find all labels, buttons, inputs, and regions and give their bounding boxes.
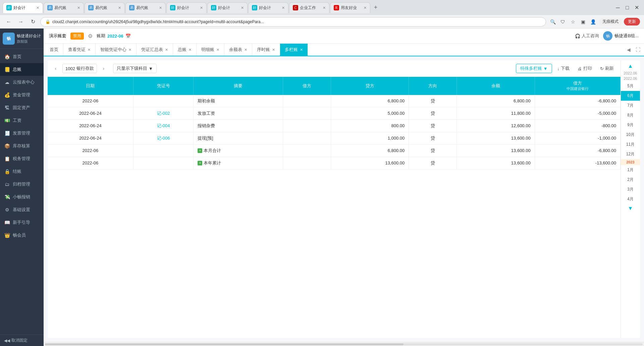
account-selector[interactable]: 1002 银行存款 bbox=[62, 64, 97, 73]
cal-month-3[interactable]: 3月 bbox=[621, 185, 640, 194]
cal-month-1[interactable]: 1月 bbox=[621, 165, 640, 175]
browser-tab-2[interactable]: 易 易代账 ✕ bbox=[85, 2, 125, 13]
cell-voucher[interactable]: 记-006 bbox=[133, 132, 194, 144]
cal-month-12[interactable]: 12月 bbox=[621, 149, 640, 159]
browser-tab-6[interactable]: 好 好会计 ✕ bbox=[207, 2, 248, 13]
sidebar-item-home[interactable]: 🏠 首页 bbox=[0, 50, 44, 63]
browser-tab-8[interactable]: C 企业工作 ✕ bbox=[289, 2, 329, 13]
maximize-button[interactable]: □ bbox=[623, 3, 632, 12]
cal-month-9[interactable]: 9月 bbox=[621, 120, 640, 130]
tab-close-4[interactable]: ✕ bbox=[200, 6, 203, 10]
tab-smart-voucher[interactable]: 智能凭证中心 ✕ bbox=[96, 44, 137, 56]
voucher-link[interactable]: 记-002 bbox=[157, 111, 170, 116]
sidebar-item-payroll[interactable]: 💵 工资 bbox=[0, 114, 44, 127]
sidebar-item-inventory[interactable]: 📦 库存核算 bbox=[0, 140, 44, 152]
tab-detail-ledger[interactable]: 明细账 ✕ bbox=[197, 44, 224, 56]
new-tab-button[interactable]: + bbox=[371, 3, 380, 12]
print-button[interactable]: 🖨 打印 bbox=[575, 64, 595, 73]
tab-balance[interactable]: 余额表 ✕ bbox=[224, 44, 252, 56]
browser-tab-3[interactable]: 易 易代账 ✕ bbox=[125, 2, 166, 13]
sidebar-item-settings[interactable]: ⚙ 基础设置 bbox=[0, 203, 44, 216]
star-icon[interactable]: ☆ bbox=[569, 18, 577, 26]
tab-home[interactable]: 首页 bbox=[45, 44, 63, 56]
cal-month-5[interactable]: 5月 bbox=[621, 81, 640, 91]
horizontal-scrollbar[interactable] bbox=[44, 342, 644, 346]
browser-tab-7[interactable]: 好 好会计 ✕ bbox=[248, 2, 288, 13]
download-button[interactable]: ↓ 下载 bbox=[555, 64, 573, 73]
shield-icon[interactable]: 🛡 bbox=[559, 18, 567, 26]
voucher-link[interactable]: 记-006 bbox=[157, 136, 170, 141]
cell-voucher[interactable]: 记-004 bbox=[133, 119, 194, 132]
cal-month-4[interactable]: 4月 bbox=[621, 194, 640, 204]
refresh-button[interactable]: ↻ 刷新 bbox=[597, 64, 616, 73]
prev-account-button[interactable]: ‹ bbox=[52, 64, 60, 72]
cal-scroll-up-button[interactable]: ▲ bbox=[627, 62, 635, 70]
close-button[interactable]: ✕ bbox=[632, 3, 641, 12]
show-sub-button[interactable]: 只显示下级科目 ▼ bbox=[113, 64, 157, 73]
tab-close-balance[interactable]: ✕ bbox=[244, 48, 247, 52]
browser-tab-1[interactable]: 易 易代账 ✕ bbox=[44, 2, 84, 13]
browser-tab-9[interactable]: 友 用友好业 ✕ bbox=[330, 2, 370, 13]
pin-button[interactable]: ◀◀ 取消固定 bbox=[4, 338, 40, 343]
tab-close-voucher-view[interactable]: ✕ bbox=[88, 48, 91, 52]
minimize-button[interactable]: ─ bbox=[613, 3, 623, 12]
address-bar[interactable]: 🔒 cloud2.chanjet.com/accounting/uh26t264… bbox=[40, 17, 546, 27]
calendar-icon[interactable]: 📅 bbox=[125, 34, 131, 39]
tab-voucher-summary[interactable]: 凭证汇总表 ✕ bbox=[137, 44, 173, 56]
tab-multi-column[interactable]: 多栏账 ✕ bbox=[280, 44, 308, 56]
sidebar-item-invoice[interactable]: 🧾 发票管理 bbox=[0, 127, 44, 140]
sidebar-panel-icon[interactable]: ▣ bbox=[579, 18, 587, 26]
back-button[interactable]: ← bbox=[4, 17, 13, 27]
sidebar-item-ledger[interactable]: 📒 总账 bbox=[0, 63, 44, 76]
tab-close-multi-column[interactable]: ✕ bbox=[300, 48, 303, 52]
voucher-link[interactable]: 记-004 bbox=[157, 123, 170, 128]
tab-chronological[interactable]: 序时账 ✕ bbox=[252, 44, 280, 56]
tab-general-ledger[interactable]: 总账 ✕ bbox=[173, 44, 197, 56]
sidebar-item-fund[interactable]: 💰 资金管理 bbox=[0, 89, 44, 101]
sidebar-item-archive[interactable]: 🗂 归档管理 bbox=[0, 178, 44, 191]
cal-month-8[interactable]: 8月 bbox=[621, 110, 640, 120]
tab-close-2[interactable]: ✕ bbox=[118, 6, 121, 10]
search-icon[interactable]: 🔍 bbox=[549, 18, 557, 26]
tab-close-detail-ledger[interactable]: ✕ bbox=[216, 48, 219, 52]
cal-scroll-down-button[interactable]: ▼ bbox=[627, 204, 635, 213]
wuhen-button[interactable]: 无痕模式 bbox=[599, 18, 622, 26]
sidebar-item-tax[interactable]: 📋 税务管理 bbox=[0, 152, 44, 165]
cal-month-6[interactable]: 6月 bbox=[621, 91, 640, 101]
cal-month-2[interactable]: 2月 bbox=[621, 175, 640, 185]
tab-close-7[interactable]: ✕ bbox=[282, 6, 285, 10]
tab-close-voucher-summary[interactable]: ✕ bbox=[165, 48, 168, 52]
browser-tab-4[interactable]: 好 好会计 ✕ bbox=[166, 2, 207, 13]
forward-button[interactable]: → bbox=[16, 17, 25, 27]
sidebar-item-member[interactable]: 👑 畅会员 bbox=[0, 229, 44, 242]
tab-expand-button[interactable]: ⛶ bbox=[633, 45, 643, 54]
tab-close-3[interactable]: ✕ bbox=[159, 6, 162, 10]
cell-voucher[interactable]: 记-002 bbox=[133, 107, 194, 119]
sidebar-item-guide[interactable]: 📖 新手引导 bbox=[0, 216, 44, 229]
tab-collapse-button[interactable]: ◀ bbox=[624, 45, 633, 54]
consult-button[interactable]: 🎧 人工咨询 bbox=[575, 33, 599, 39]
tab-close-smart-voucher[interactable]: ✕ bbox=[128, 48, 131, 52]
settings-gear-icon[interactable]: ⚙ bbox=[88, 33, 93, 39]
tab-close-6[interactable]: ✕ bbox=[241, 6, 244, 10]
sidebar-item-expense[interactable]: 💸 小畅报销 bbox=[0, 191, 44, 203]
tab-close-8[interactable]: ✕ bbox=[323, 6, 326, 10]
scrollbar-thumb[interactable] bbox=[45, 343, 404, 345]
sidebar-item-asset[interactable]: 🏗 固定资产 bbox=[0, 101, 44, 114]
tab-voucher-view[interactable]: 查看凭证 ✕ bbox=[63, 44, 96, 56]
tab-close-1[interactable]: ✕ bbox=[77, 6, 80, 10]
tab-close-9[interactable]: ✕ bbox=[364, 6, 367, 10]
special-multi-column-button[interactable]: 特殊多栏账 ▼ bbox=[516, 64, 552, 73]
tab-close-5[interactable]: ✕ bbox=[36, 6, 39, 10]
tab-close-general-ledger[interactable]: ✕ bbox=[189, 48, 192, 52]
user-profile-icon[interactable]: 👤 bbox=[589, 18, 597, 26]
cal-month-7[interactable]: 7月 bbox=[621, 101, 640, 110]
next-account-button[interactable]: › bbox=[100, 64, 108, 72]
sidebar-item-close[interactable]: 🔒 结账 bbox=[0, 165, 44, 178]
cal-month-10[interactable]: 10月 bbox=[621, 130, 640, 140]
update-button[interactable]: 更新 bbox=[624, 18, 640, 26]
refresh-nav-button[interactable]: ↻ bbox=[28, 17, 38, 27]
cal-month-11[interactable]: 11月 bbox=[621, 140, 640, 149]
sidebar-item-report[interactable]: ☁ 云报表中心 bbox=[0, 76, 44, 89]
tab-close-chronological[interactable]: ✕ bbox=[272, 48, 275, 52]
